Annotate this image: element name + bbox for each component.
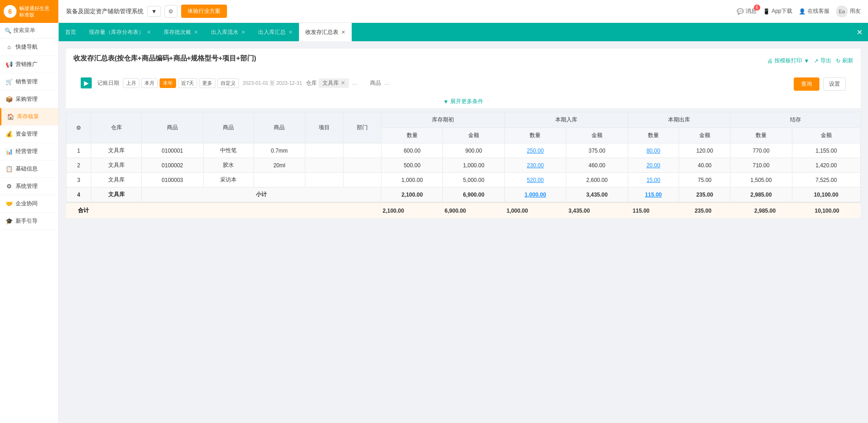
row-out-qty[interactable]: 20.00 [628,158,679,173]
goods-filter: 商品 ... [370,79,391,87]
date-btn-this-year[interactable]: 本年 [160,78,176,88]
tab-inout-summary[interactable]: 出入库汇总 ✕ [252,23,299,41]
table-footer: 合计 2,100.00 6,900.00 1,000.00 3,435.00 1… [66,202,861,218]
trial-btn[interactable]: 体验行业方案 [181,5,227,18]
app-download-item[interactable]: 📱 App下载 [763,7,792,15]
topbar-right: 💬 消息 6 📱 App下载 👤 在线客服 Ea 用友 [737,5,861,17]
filter-toggle[interactable]: ▶ [81,77,92,88]
page-header-top: 收发存汇总表(按仓库+商品编码+商品+规格型号+项目+部门) 🖨 按模板打印 ▼… [73,54,853,67]
sidebar-item-enterprise[interactable]: 🤝 企业协同 [0,195,58,213]
refresh-btn[interactable]: ↻ 刷新 [836,57,853,65]
col-opening-header: 库存期初 [381,112,505,128]
tab-stock-dist[interactable]: 现存量（库存分布表） ✕ [83,23,157,41]
subtotal-out-qty: 115.00 [628,187,679,202]
print-btn[interactable]: 🖨 按模板打印 ▼ [767,57,809,65]
row-in-qty[interactable]: 520.00 [504,173,566,187]
system-icon: ⚙ [6,183,13,190]
message-icon: 💬 [737,8,744,15]
row-out-qty[interactable]: 15.00 [628,173,679,187]
logo-text: 畅捷通好生意 标准版 [19,5,50,18]
warehouse-dots[interactable]: ... [351,80,359,86]
table-row: 2 文具库 0100002 胶水 20ml 500.00 1,000.00 23… [66,158,861,173]
row-spec [254,173,305,187]
message-item[interactable]: 💬 消息 6 [737,7,757,15]
footer-spacer3 [238,208,300,214]
sidebar-item-sales[interactable]: 🛒 销售管理 [0,73,58,91]
date-btn-7days[interactable]: 近7天 [178,78,197,88]
system-dropdown[interactable]: ▼ [147,6,161,17]
sidebar-item-quick-nav[interactable]: ⌂ 快捷导航 [0,38,58,56]
tab-close-inout-summary[interactable]: ✕ [288,29,293,35]
col-out-qty-header: 数量 [628,128,679,143]
date-btn-custom[interactable]: 自定义 [217,78,239,88]
tab-recv-send[interactable]: 收发存汇总表 ✕ [299,23,352,41]
row-bal-amt: 1,155.00 [792,143,860,158]
row-open-qty: 600.00 [381,143,443,158]
col-name-header: 商品 [203,112,254,143]
date-btn-last-month[interactable]: 上月 [123,78,139,88]
row-name: 胶水 [203,158,254,173]
tab-close-inout-flow[interactable]: ✕ [241,29,245,35]
sidebar-item-base-info[interactable]: 📋 基础信息 [0,160,58,178]
topbar-settings-icon[interactable]: ⚙ [165,5,177,18]
content-area: 收发存汇总表(按仓库+商品编码+商品+规格型号+项目+部门) 🖨 按模板打印 ▼… [59,41,868,423]
print-dropdown-icon: ▼ [804,58,809,64]
warehouse-tag: 文具库 ✕ [319,78,349,88]
col-settings-header[interactable]: ⚙ [66,112,91,143]
goods-dots[interactable]: ... [383,80,391,86]
close-all-tabs[interactable]: ✕ [851,23,868,41]
col-bal-amt-header: 金额 [792,128,860,143]
row-warehouse: 文具库 [91,143,141,158]
date-btn-this-month[interactable]: 本月 [141,78,158,88]
tab-bar: 首页 现存量（库存分布表） ✕ 库存批次账 ✕ 出入库流水 ✕ 出入库汇总 ✕ … [59,23,868,41]
search-menu[interactable]: 🔍 搜索菜单 [0,23,58,38]
table-settings-btn[interactable]: 设置 [823,77,846,91]
sidebar-item-system[interactable]: ⚙ 系统管理 [0,178,58,195]
tab-close-batch[interactable]: ✕ [194,29,198,35]
expand-btn[interactable]: ▼ 展开更多条件 [443,98,484,105]
col-bal-qty-header: 数量 [730,128,792,143]
col-open-qty-header: 数量 [381,128,443,143]
sales-icon: 🛒 [6,78,13,86]
row-in-qty[interactable]: 250.00 [504,143,566,158]
data-table: ⚙ 仓库 商品 商品 商品 项目 部门 库存期初 本期入库 本期出库 结存 数量 [66,112,861,202]
export-btn[interactable]: ↗ 导出 [814,57,831,65]
date-btn-more[interactable]: 更多 [199,78,216,88]
subtotal-bal-qty: 2,985.00 [730,187,792,202]
sidebar-item-newbie[interactable]: 🎓 新手引导 [0,213,58,230]
main-area: 装备及固定资产辅助管理系统 ▼ ⚙ 体验行业方案 💬 消息 6 📱 App下载 … [59,0,868,423]
row-bal-qty: 710.00 [730,158,792,173]
row-bal-amt: 7,525.00 [792,173,860,187]
row-warehouse: 文具库 [91,158,141,173]
sidebar-item-inventory[interactable]: 🏠 库存核算 [0,108,58,126]
row-in-qty[interactable]: 230.00 [504,158,566,173]
row-open-amt: 900.00 [443,143,504,158]
sidebar-item-marketing[interactable]: 📢 营销推广 [0,56,58,73]
subtotal-open-qty: 2,100.00 [381,187,443,202]
topbar: 装备及固定资产辅助管理系统 ▼ ⚙ 体验行业方案 💬 消息 6 📱 App下载 … [59,0,868,23]
tab-close-stock-dist[interactable]: ✕ [147,29,151,35]
footer-out-amt: 235.00 [672,208,734,214]
sidebar-item-finance[interactable]: 💰 资金管理 [0,126,58,143]
tab-close-recv-send[interactable]: ✕ [341,29,345,35]
footer-bal-qty: 2,985.00 [734,208,796,214]
warehouse-tag-remove[interactable]: ✕ [341,80,345,86]
tab-home[interactable]: 首页 [59,23,83,41]
tab-batch[interactable]: 库存批次账 ✕ [157,23,205,41]
sidebar-item-operations[interactable]: 📊 经营管理 [0,143,58,160]
footer-spacer2 [177,208,238,214]
base-info-icon: 📋 [6,165,13,173]
tab-inout-flow[interactable]: 出入库流水 ✕ [205,23,252,41]
row-in-amt: 2,600.00 [566,173,628,187]
page-header: 收发存汇总表(按仓库+商品编码+商品+规格型号+项目+部门) 🖨 按模板打印 ▼… [66,49,861,108]
app-icon: 📱 [763,8,770,15]
row-spec: 0.7mm [254,143,305,158]
user-item[interactable]: Ea 用友 [836,5,861,17]
sidebar-item-purchase[interactable]: 📦 采购管理 [0,91,58,108]
online-service-item[interactable]: 👤 在线客服 [799,7,829,15]
subtotal-num: 4 [66,187,91,202]
query-btn[interactable]: 查询 [794,77,819,91]
operations-icon: 📊 [6,148,13,155]
row-out-qty[interactable]: 80.00 [628,143,679,158]
warehouse-label: 仓库 [306,79,317,87]
